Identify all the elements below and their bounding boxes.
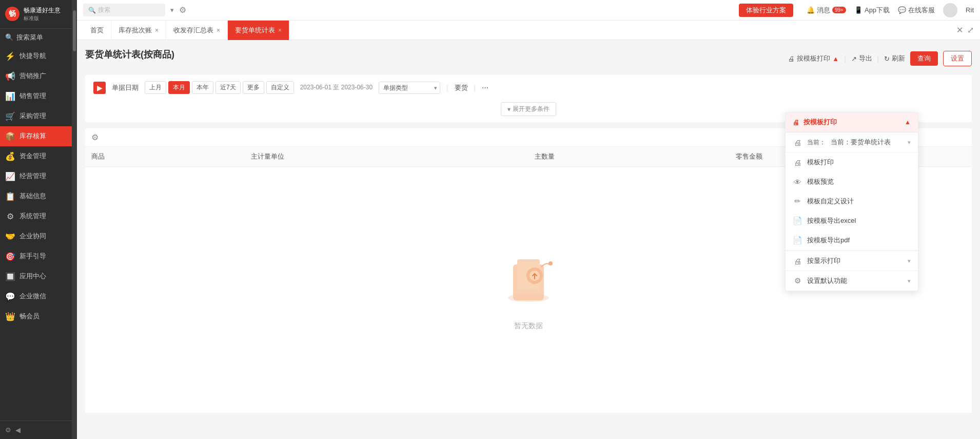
tab-close-yaohuo[interactable]: × <box>278 27 282 34</box>
tab-shoufa-huizong[interactable]: 收发存汇总表 × <box>166 21 228 40</box>
notification-btn[interactable]: 🔔 消息 99+ <box>807 6 846 15</box>
window-maximize-btn[interactable]: ⤢ <box>967 25 974 35</box>
export-excel-icon: 📄 <box>793 216 802 225</box>
nav-icon-kuaijie: ⚡ <box>5 51 15 61</box>
display-print-icon: 🖨 <box>793 257 802 265</box>
page-header-left: 要货单统计表(按商品) <box>85 48 174 69</box>
print-dropdown-menu: 🖨 按模板打印 ▲ 🖨 当前： 当前：要货单统计表 ▾ 🖨 模板打印 👁 模板预… <box>785 112 918 291</box>
sidebar-item-jingying[interactable]: 📈 经营管理 <box>0 166 72 186</box>
username-label: Rit <box>966 6 974 14</box>
date-btn-this-month[interactable]: 本月 <box>168 81 190 94</box>
sidebar-item-weixin[interactable]: 💬 企业微信 <box>0 287 72 307</box>
export-btn[interactable]: ↗ 导出 <box>851 54 872 63</box>
collapse-icon[interactable]: ◀ <box>15 426 21 434</box>
topbar-gear-icon[interactable]: ⚙ <box>179 5 186 15</box>
sidebar: 畅 畅康通好生意 标准版 🔍 搜索菜单 ⚡ 快捷导航 📢 营销推广 📊 销售管理… <box>0 0 72 439</box>
th-quantity: 主数量 <box>528 147 730 167</box>
dropdown-item-default-func[interactable]: ⚙ 设置默认功能 ▾ <box>786 271 918 291</box>
export-icon: ↗ <box>851 55 857 63</box>
nav-icon-qiye: 🤝 <box>5 232 15 241</box>
sidebar-item-kucun[interactable]: 📦 库存核算 <box>0 126 72 146</box>
sidebar-item-qiye[interactable]: 🤝 企业协同 <box>0 226 72 246</box>
topbar-dropdown-icon[interactable]: ▾ <box>170 6 174 14</box>
dropdown-header[interactable]: 🖨 按模板打印 ▲ <box>786 112 918 132</box>
expand-more-btn[interactable]: ▾ 展开更多条件 <box>501 102 556 116</box>
user-avatar[interactable] <box>943 3 957 17</box>
search-icon: 🔍 <box>5 33 13 41</box>
sidebar-footer: ⚙ ◀ <box>0 421 72 439</box>
sidebar-item-zijin[interactable]: 💰 资金管理 <box>0 146 72 166</box>
online-service-btn[interactable]: 💬 在线客服 <box>898 6 935 15</box>
page-content: 要货单统计表(按商品) 🖨 按模板打印 ▲ | ↗ 导出 | ↻ <box>77 40 980 439</box>
dropdown-item-display-print[interactable]: 🖨 按显示打印 ▾ <box>786 251 918 271</box>
dropdown-item-template-preview[interactable]: 👁 模板预览 <box>786 172 918 192</box>
empty-illustration <box>498 249 559 315</box>
tab-close-shoufa[interactable]: × <box>217 27 220 34</box>
settings-button[interactable]: 设置 <box>943 51 972 66</box>
type-select-wrap: 单据类型 <box>379 82 440 94</box>
export-pdf-icon: 📄 <box>793 236 802 245</box>
date-label: 单据日期 <box>112 83 139 92</box>
tabs-right: ✕ ⤢ <box>956 25 974 35</box>
app-download-btn[interactable]: 📱 App下载 <box>854 6 890 15</box>
sidebar-search[interactable]: 🔍 搜索菜单 <box>0 29 72 46</box>
dropdown-item-export-excel[interactable]: 📄 按模板导出excel <box>786 211 918 231</box>
nav-icon-weixin: 💬 <box>5 292 15 301</box>
app-logo: 畅 畅康通好生意 标准版 <box>0 0 72 29</box>
nav-icon-xiaoshou: 📊 <box>5 91 15 101</box>
date-btn-this-year[interactable]: 本年 <box>192 81 213 94</box>
dropdown-current-item[interactable]: 🖨 当前： 当前：要货单统计表 ▾ <box>786 132 918 152</box>
sidebar-item-yingxiao[interactable]: 📢 营销推广 <box>0 66 72 86</box>
filter-toggle-btn[interactable]: ▶ <box>93 82 106 94</box>
dropdown-item-template-print[interactable]: 🖨 模板打印 <box>786 152 918 172</box>
topbar-search[interactable]: 🔍 搜索 <box>83 4 165 16</box>
template-preview-icon: 👁 <box>793 178 802 186</box>
default-func-icon: ⚙ <box>793 276 802 285</box>
window-close-btn[interactable]: ✕ <box>956 25 963 35</box>
date-btn-7days[interactable]: 近7天 <box>215 81 241 94</box>
sidebar-item-xitong[interactable]: ⚙ 系统管理 <box>0 206 72 226</box>
logo-icon: 畅 <box>5 7 19 21</box>
date-btn-custom[interactable]: 自定义 <box>266 81 294 94</box>
query-button[interactable]: 查询 <box>910 51 938 66</box>
print-icon: 🖨 <box>788 55 795 63</box>
empty-svg <box>498 249 559 306</box>
display-print-chevron: ▾ <box>908 258 911 264</box>
settings-icon[interactable]: ⚙ <box>5 426 11 434</box>
tab-home[interactable]: 首页 <box>83 21 111 40</box>
tab-yaohuo-tongji[interactable]: 要货单统计表 × <box>228 21 289 40</box>
type-select[interactable]: 单据类型 <box>379 82 440 94</box>
date-btn-more[interactable]: 更多 <box>243 81 264 94</box>
refresh-btn[interactable]: ↻ 刷新 <box>884 54 905 63</box>
sidebar-item-yingyong[interactable]: 🔲 应用中心 <box>0 266 72 287</box>
sidebar-item-caigou[interactable]: 🛒 采购管理 <box>0 106 72 126</box>
main-content: 🔍 搜索 ▾ ⚙ 体验行业方案 🔔 消息 99+ 📱 App下载 💬 在线客服 … <box>77 0 980 439</box>
dropdown-item-export-pdf[interactable]: 📄 按模板导出pdf <box>786 231 918 250</box>
dropdown-header-left: 🖨 按模板打印 <box>793 118 837 127</box>
topbar-right: 🔔 消息 99+ 📱 App下载 💬 在线客服 Rit <box>807 3 974 17</box>
sidebar-item-jichu[interactable]: 📋 基础信息 <box>0 186 72 206</box>
nav-icon-jingying: 📈 <box>5 171 15 181</box>
sidebar-item-xiaoshou[interactable]: 📊 销售管理 <box>0 86 72 106</box>
nav-icon-xinshou: 🎯 <box>5 252 15 261</box>
empty-text: 暂无数据 <box>514 321 543 331</box>
filter-row: ▶ 单据日期 上月 本月 本年 近7天 更多 自定义 2023-06-01 至 … <box>93 81 964 94</box>
default-func-chevron: ▾ <box>908 278 911 284</box>
table-gear-icon[interactable]: ⚙ <box>91 132 99 142</box>
nav-icon-caigou: 🛒 <box>5 111 15 121</box>
sidebar-item-xinshou[interactable]: 🎯 新手引导 <box>0 246 72 266</box>
template-print-icon: 🖨 <box>793 158 802 167</box>
print-template-btn[interactable]: 🖨 按模板打印 ▲ <box>788 54 839 63</box>
sidebar-item-huiyuan[interactable]: 👑 畅会员 <box>0 307 72 327</box>
nav-icon-yingxiao: 📢 <box>5 71 15 81</box>
trial-button[interactable]: 体验行业方案 <box>739 4 793 17</box>
sidebar-item-kuaijie[interactable]: ⚡ 快捷导航 <box>0 46 72 66</box>
bell-icon: 🔔 <box>807 6 815 14</box>
page-title: 要货单统计表(按商品) <box>85 48 174 61</box>
sidebar-scrollbar[interactable] <box>72 0 77 439</box>
tab-kucun-pizhanghao[interactable]: 库存批次账 × <box>111 21 166 40</box>
tab-close-kucun[interactable]: × <box>155 27 159 34</box>
date-range: 2023-06-01 至 2023-06-30 <box>300 83 373 92</box>
dropdown-item-template-design[interactable]: ✏ 模板自定义设计 <box>786 192 918 211</box>
date-btn-last-month[interactable]: 上月 <box>145 81 166 94</box>
